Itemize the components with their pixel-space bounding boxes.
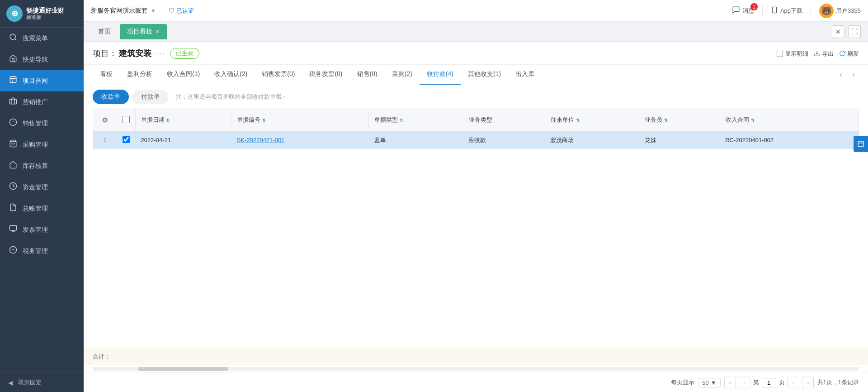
sidebar-item-quick-nav[interactable]: 快捷导航 [0,49,84,70]
tab-close-button[interactable]: ✕ [832,25,844,38]
col-partner[interactable]: 往来单位⇅ [545,109,639,131]
table-header-row: ⚙ 单据日期⇅ 单据编号⇅ 单据类型⇅ [93,109,859,131]
sidebar-item-purchase[interactable]: 采购管理 [0,134,84,155]
tab-maximize-button[interactable]: ⛶ [848,25,861,38]
sidebar-item-marketing[interactable]: 营销推广 [0,91,84,113]
fund-icon [8,182,18,192]
last-page-button[interactable]: » [802,377,814,388]
subtab-income-contract[interactable]: 收入合同(1) [160,65,207,85]
col-date[interactable]: 单据日期⇅ [136,109,231,131]
subtab-tax-invoice[interactable]: 税务发票(0) [302,65,349,85]
app-edition: 标准版 [26,14,64,20]
app-name: 畅捷通好业财 [26,7,64,14]
message-button[interactable]: 消息 1 [732,6,754,15]
app-download-button[interactable]: App下载 [771,6,802,15]
tab-home[interactable]: 首页 [91,24,118,39]
show-detail-input[interactable] [777,51,783,57]
subtab-other-income[interactable]: 其他收支(1) [461,65,508,85]
next-page-button[interactable]: › [788,377,799,388]
app-download-label: App下载 [780,7,802,15]
subtab-sales-invoice[interactable]: 销售发票(0) [255,65,302,85]
sidebar-item-inventory-label: 库存核算 [23,162,48,170]
subtab-next-arrow[interactable]: › [848,69,859,80]
inner-tab-payment[interactable]: 付款单 [132,90,169,104]
prev-page-button[interactable]: ‹ [739,377,750,388]
tabbar: 首页 项目看板 ✕ ✕ ⛶ [84,22,868,42]
col-number[interactable]: 单据编号⇅ [231,109,369,131]
row-number[interactable]: SK-20220421-001 [231,131,369,149]
account-selector[interactable]: 新服务官网演示账套 ▼ [91,7,156,15]
tab-project-board[interactable]: 项目看板 ✕ [120,24,167,39]
svg-rect-11 [10,225,17,230]
subtab-purchase[interactable]: 采购(2) [385,65,420,85]
subtab-profit[interactable]: 盈利分析 [120,65,160,85]
subtab-income-confirm[interactable]: 收入确认(2) [207,65,255,85]
row-select-checkbox[interactable] [123,136,130,143]
tab-controls: ✕ ⛶ [832,25,861,38]
phone-icon [771,6,778,15]
show-detail-checkbox[interactable]: 显示明细 [777,50,808,58]
project-header: 项目： 建筑安装 ··· 已生效 显示明细 导出 [84,42,868,65]
col-business-type: 业务类型 [463,109,545,131]
invoice-icon [8,225,18,235]
project-more-button[interactable]: ··· [156,49,165,58]
sidebar-footer-label: 取消固定 [18,378,42,387]
sidebar-item-tax-label: 税务管理 [23,247,48,255]
subtab-prev-arrow[interactable]: ‹ [835,69,846,80]
table-row[interactable]: 1 2022-04-21 SK-20220421-001 蓝单 应收款 宏茂商场… [93,131,859,149]
horizontal-scrollbar[interactable] [93,367,859,371]
first-page-button[interactable]: « [724,377,736,388]
project-title: 建筑安装 [119,48,151,59]
export-button[interactable]: 导出 [814,50,834,58]
sidebar-item-tax[interactable]: 税务管理 [0,240,84,262]
inner-tab-receipt[interactable]: 收款单 [93,90,129,104]
col-type[interactable]: 单据类型⇅ [369,109,463,131]
tab-close-icon[interactable]: ✕ [155,29,160,35]
select-all-checkbox[interactable] [123,116,130,123]
refresh-button[interactable]: 刷新 [839,50,859,58]
account-name: 新服务官网演示账套 [91,7,148,15]
sticky-panel[interactable] [854,136,868,152]
col-salesperson[interactable]: 业务员⇅ [639,109,720,131]
subtab-kanban[interactable]: 看板 [93,65,120,85]
sidebar-item-ledger[interactable]: 总账管理 [0,198,84,219]
sidebar-pin-toggle[interactable]: ◀ 取消固定 [0,373,84,392]
svg-rect-2 [10,76,16,83]
sidebar-item-marketing-label: 营销推广 [23,98,48,106]
marketing-icon [8,97,18,107]
subtab-sales[interactable]: 销售(0) [350,65,385,85]
sidebar-item-search[interactable]: 搜索菜单 [0,28,84,49]
subtab-receipt[interactable]: 收付款(4) [420,65,461,85]
salesperson-sort-icon: ⇅ [664,118,668,123]
purchase-icon [8,139,18,150]
sidebar-item-sales[interactable]: 销售管理 [0,113,84,134]
page-label: 第 [753,378,759,387]
sidebar-item-fund[interactable]: 资金管理 [0,177,84,198]
inner-tab-receipt-label: 收款单 [101,93,120,100]
project-label: 项目： [93,48,117,59]
subtab-inventory[interactable]: 出入库 [508,65,542,85]
page-input[interactable] [762,378,776,387]
col-settings[interactable]: ⚙ [93,109,117,131]
sidebar-item-inventory[interactable]: 库存核算 [0,155,84,177]
sales-icon [8,118,18,129]
sidebar-item-project[interactable]: 项目合同 [0,70,84,91]
sidebar-item-invoice[interactable]: 发票管理 [0,219,84,240]
col-income-contract[interactable]: 收入合同⇅ [720,109,859,131]
page-size-label: 每页显示 [671,378,694,387]
scrollbar-thumb[interactable] [138,367,228,371]
inner-tabs: 收款单 付款单 注：这里是与项目关联的全部收付款单哦～ [84,85,868,109]
sidebar-item-fund-label: 资金管理 [23,183,48,191]
row-number-link[interactable]: SK-20220421-001 [237,137,285,143]
sticky-panel-icon [857,140,864,148]
settings-gear-icon[interactable]: ⚙ [99,114,111,126]
user-menu[interactable]: 🐻 用户3355 [819,4,861,18]
search-icon [8,33,18,43]
page-size-selector[interactable]: 50 ▼ [698,378,720,387]
page-unit: 页 [779,378,785,387]
sidebar-item-search-label: 搜索菜单 [23,34,48,43]
type-sort-icon: ⇅ [400,118,403,123]
partner-sort-icon: ⇅ [576,118,580,123]
page-size-chevron-icon: ▼ [711,379,717,386]
number-sort-icon: ⇅ [262,118,266,123]
